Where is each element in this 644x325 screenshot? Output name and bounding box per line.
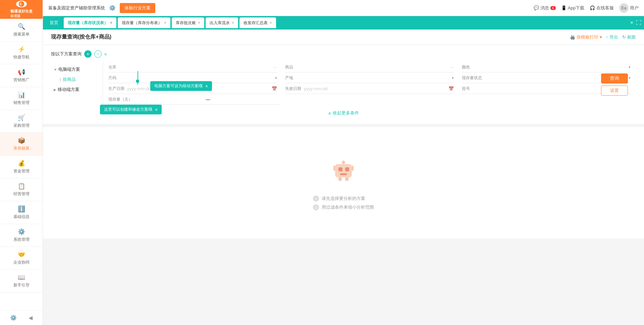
export-icon: ↑ [606, 35, 608, 40]
tab-batch-account[interactable]: 库存批次账 × [172, 17, 204, 28]
tab-fullscreen-icon[interactable]: ⛶ [636, 20, 641, 26]
svg-rect-6 [333, 166, 335, 171]
field-expiry-date: 失效日期 📅 [285, 86, 454, 94]
tab-summary[interactable]: 收发存汇总表 × [239, 17, 276, 28]
marketing-icon: 📢 [18, 68, 25, 76]
system-icon: ⚙️ [18, 228, 25, 235]
sidebar-item-marketing[interactable]: 📢 营销推广 [0, 64, 43, 87]
sales-icon: 📊 [18, 91, 25, 99]
stock-range-separator: — [206, 97, 210, 102]
warehouse-dots[interactable]: ··· [273, 65, 277, 70]
scheme-desktop-group[interactable]: ▼ 电脑端方案 [51, 64, 103, 74]
export-button[interactable]: ↑ 导出 [606, 34, 619, 40]
scheme-tooltip-bubble: 电脑方案可设为移动方案哦 × [150, 81, 212, 91]
svg-rect-7 [352, 166, 354, 171]
sidebar-item-sales[interactable]: 📊 销售管理 [0, 87, 43, 110]
svg-rect-2 [335, 164, 352, 177]
topbar: 装备及固定资产辅助管理系统 ⚙️ 体验行业方案 💬 消息 6 📱 App下载 🎧… [43, 0, 644, 16]
page-actions: 🖨️ 按模板打印 ▾ ↑ 导出 ↻ 刷新 [570, 34, 636, 40]
sidebar-item-finance[interactable]: 💰 资金管理 [0, 156, 43, 178]
scheme-desktop-child[interactable]: ├ 按商品 [51, 74, 103, 85]
tab-close-all-icon[interactable]: × [630, 20, 633, 26]
production-date-calendar-icon[interactable]: 📅 [272, 86, 277, 91]
tab-inventory-distribution[interactable]: 现存量（库存分布表） × [118, 17, 170, 28]
empty-state: 1 请先选择要分析的方案 2 用过滤条件来缩小分析范围 [43, 127, 644, 238]
tab-flow[interactable]: 出入库流水 × [206, 17, 238, 28]
print-icon: 🖨️ [570, 35, 575, 40]
sidebar-item-quicknav[interactable]: ⚡ 快捷导航 [0, 42, 43, 64]
warehouse-label: 仓库 [108, 64, 125, 70]
sidebar-item-business[interactable]: 📋 经营管理 [0, 178, 43, 201]
scheme-tooltip-close[interactable]: × [205, 84, 208, 89]
expiry-date-calendar-icon[interactable]: 📅 [448, 86, 454, 91]
expand-icon: ▼ [54, 68, 57, 71]
message-button[interactable]: 💬 消息 6 [534, 5, 556, 11]
tabbar: 首页 现存量（库存状况表） × 现存量（库存分布表） × 库存批次账 × 出入库… [43, 16, 644, 30]
svg-rect-4 [345, 167, 349, 171]
filter-edit-button[interactable]: ○ [94, 50, 102, 58]
search-button[interactable]: 查询 [601, 73, 628, 84]
sidebar-item-system[interactable]: ⚙️ 系统管理 [0, 224, 43, 247]
field-origin: 产地 ▾ [285, 75, 454, 83]
product-label: 商品 [285, 64, 302, 70]
size-arrow-icon: ▾ [275, 76, 277, 80]
topbar-left: 装备及固定资产辅助管理系统 ⚙️ 体验行业方案 [48, 3, 155, 13]
collapse-sidebar-icon[interactable]: ◀ [29, 315, 33, 321]
tab-inventory-status[interactable]: 现存量（库存状况表） × [64, 17, 116, 28]
collab-icon: 🤝 [18, 251, 25, 258]
sidebar-item-basics[interactable]: ℹ️ 基础信息 [0, 201, 43, 224]
industry-plan-button[interactable]: 体验行业方案 [120, 3, 155, 13]
tab-close-flow[interactable]: × [232, 20, 234, 25]
sidebar-item-search[interactable]: 🔍 搜索菜单 [0, 19, 43, 42]
setting-button[interactable]: 设置 [601, 86, 628, 96]
tab-close-inventory-status[interactable]: × [110, 20, 112, 25]
svg-rect-8 [338, 177, 342, 181]
app-download-button[interactable]: 📱 App下载 [561, 5, 584, 11]
product-input[interactable] [304, 65, 448, 70]
support-icon: 🎧 [590, 5, 595, 10]
svg-rect-9 [345, 177, 348, 181]
sidebar-item-guide[interactable]: 📖 新手引导 [0, 270, 43, 292]
field-warehouse: 仓库 ··· [108, 64, 277, 72]
inventory-icon: 📦 [18, 137, 25, 144]
sidebar-item-inventory[interactable]: 📦 库存核算 [0, 133, 43, 156]
online-support-button[interactable]: 🎧 在线客服 [590, 5, 614, 11]
tab-home[interactable]: 首页 [46, 16, 62, 30]
warehouse-input[interactable] [127, 65, 271, 70]
product-dots[interactable]: ··· [450, 65, 454, 70]
finance-icon: 💰 [18, 160, 25, 167]
page-header: 现存量查询(按仓库+商品) 🖨️ 按模板打印 ▾ ↑ 导出 ↻ 刷新 [43, 30, 644, 45]
svg-text:6: 6 [20, 2, 22, 6]
expiry-date-input[interactable] [304, 86, 446, 91]
scheme-mobile-group[interactable]: ▶ 移动端方案 [51, 85, 103, 95]
tab-close-distribution[interactable]: × [164, 20, 166, 25]
filter-add-button[interactable]: + [84, 50, 92, 58]
tab-close-batch[interactable]: × [198, 20, 200, 25]
sidebar-item-purchase[interactable]: 🛒 采购管理 [0, 110, 43, 133]
filter-arrow-icon[interactable]: « [104, 51, 107, 57]
empty-steps: 1 请先选择要分析的方案 2 用过滤条件来缩小分析范围 [313, 194, 374, 212]
collapse-button[interactable]: ∧ 收起更多条件 [328, 110, 359, 116]
business-icon: 📋 [18, 182, 25, 190]
user-area[interactable]: Ea 用户 [619, 3, 639, 13]
color-label: 颜色 [462, 64, 479, 70]
mobile-expand-icon: ▶ [54, 88, 56, 92]
create-tooltip-close[interactable]: × [155, 107, 158, 112]
gear-icon[interactable]: ⚙️ [109, 5, 116, 11]
sidebar-bottom: ⚙️ ◀ [0, 310, 43, 325]
refresh-button[interactable]: ↻ 刷新 [622, 34, 636, 40]
settings-bottom-icon[interactable]: ⚙️ [10, 315, 17, 321]
tab-close-summary[interactable]: × [270, 20, 272, 25]
phone-icon: 📱 [561, 5, 567, 10]
sidebar-item-collab[interactable]: 🤝 企业协同 [0, 247, 43, 270]
stock-main-to[interactable] [213, 97, 280, 102]
template-print-button[interactable]: 🖨️ 按模板打印 ▾ [570, 34, 602, 40]
scheme-sidebar: ▼ 电脑端方案 ├ 按商品 ▶ 移动端方案 [51, 62, 103, 107]
origin-arrow-icon: ▾ [452, 76, 454, 80]
collapse-up-icon: ∧ [328, 111, 331, 116]
stock-main-label: 现存量（主） [108, 97, 132, 102]
stock-main-from[interactable] [135, 97, 203, 102]
quicknav-icon: ⚡ [18, 46, 25, 53]
svg-rect-3 [338, 167, 342, 171]
field-color: 颜色 ▾ [462, 64, 631, 72]
